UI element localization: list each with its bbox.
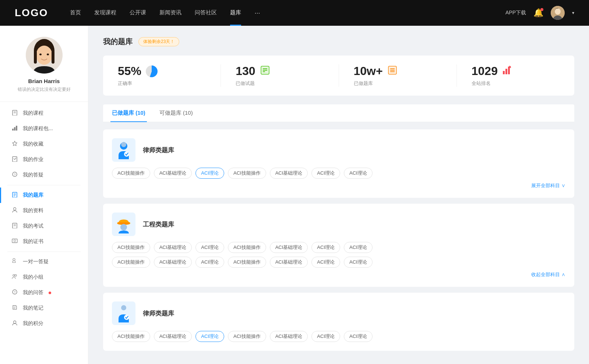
stat-accuracy: 55% 正确率 [103,64,221,87]
sidebar-item-label-notes: 我的笔记 [23,305,43,311]
svg-point-51 [121,142,126,147]
svg-marker-16 [13,141,17,146]
tag-eng-5[interactable]: ACI基础理论 [270,242,308,253]
sidebar-divider-1 [7,185,81,185]
svg-rect-47 [503,71,505,74]
sidebar-item-favorites[interactable]: 我的收藏 [0,136,88,152]
tag-lawyer2-1[interactable]: ACI技能操作 [112,331,150,342]
svg-point-55 [120,224,127,231]
tag-eng-2[interactable]: ACI基础理论 [154,242,192,253]
quiz-tags-engineer-row1: ACI技能操作 ACI基础理论 ACI理论 ACI技能操作 ACI基础理论 AC… [112,242,565,253]
tag-eng-r2-3[interactable]: ACI理论 [195,257,224,268]
tag-lawyer1-3[interactable]: ACI理论 [195,168,224,179]
stat-done-value: 130 [236,64,255,78]
quiz-card-engineer: 工程类题库 ACI技能操作 ACI基础理论 ACI理论 ACI技能操作 ACI基… [103,204,574,287]
sidebar-item-label-quiz: 我的题库 [23,192,43,199]
quiz-category-title-lawyer-2: 律师类题库 [143,309,174,318]
sidebar-item-cert[interactable]: 我的证书 [0,234,88,249]
svg-point-36 [14,321,16,324]
tag-lawyer2-2[interactable]: ACI基础理论 [154,331,192,342]
sidebar-item-points[interactable]: 我的积分 [0,316,88,331]
sidebar-item-1v1[interactable]: 一对一答疑 [0,254,88,270]
sidebar-item-course[interactable]: 我的课程 [0,106,88,121]
page-header: 我的题库 体验剩余23天！ [103,37,574,47]
tag-eng-r2-7[interactable]: ACI理论 [344,257,373,268]
svg-point-52 [124,151,129,157]
profile-icon [11,207,18,214]
tag-eng-3[interactable]: ACI理论 [195,242,224,253]
quiz-tags-lawyer-1: ACI技能操作 ACI基础理论 ACI理论 ACI技能操作 ACI基础理论 AC… [112,168,565,179]
svg-point-57 [124,315,129,320]
quiz-card-header-lawyer-2: 律师类题库 [112,301,565,325]
app-download-link[interactable]: APP下载 [505,10,526,16]
questions-dot [49,292,51,294]
tag-lawyer2-3[interactable]: ACI理论 [195,331,224,342]
sidebar-item-questions[interactable]: ? 我的问答 [0,285,88,300]
1v1-icon [11,258,18,265]
stats-container: 55% 正确率 130 [103,56,574,96]
tag-eng-7[interactable]: ACI理论 [344,242,373,253]
nav-open-course[interactable]: 公开课 [130,9,146,17]
rank-icon [502,65,512,78]
nav-discover[interactable]: 发现课程 [94,9,116,17]
svg-rect-6 [34,51,37,64]
tag-lawyer1-2[interactable]: ACI基础理论 [154,168,192,179]
sidebar-item-course-pkg[interactable]: 我的课程包... [0,121,88,136]
tag-eng-4[interactable]: ACI技能操作 [228,242,266,253]
tag-lawyer1-4[interactable]: ACI技能操作 [228,168,266,179]
sidebar-divider-2 [7,251,81,252]
tag-eng-r2-6[interactable]: ACI理论 [311,257,340,268]
sidebar-item-qa[interactable]: ? 我的答疑 [0,167,88,183]
avatar[interactable] [551,6,565,20]
nav-news[interactable]: 新闻资讯 [159,9,181,17]
tag-lawyer1-1[interactable]: ACI技能操作 [112,168,150,179]
sidebar-menu: 我的课程 我的课程包... 我的收藏 我的作业 [0,106,88,331]
dropdown-arrow[interactable]: ▾ [572,10,574,15]
tag-lawyer2-4[interactable]: ACI技能操作 [228,331,266,342]
sidebar-item-label-questions: 我的问答 [23,289,43,296]
quiz-icon-lawyer-2 [112,301,135,325]
tag-lawyer2-5[interactable]: ACI基础理论 [270,331,308,342]
notification-bell[interactable]: 🔔 [533,8,543,18]
cert-icon [11,238,18,245]
profile-avatar [26,37,63,74]
quiz-icon [11,192,18,199]
svg-point-9 [47,54,49,56]
quiz-tags-lawyer-2: ACI技能操作 ACI基础理论 ACI理论 ACI技能操作 ACI基础理论 AC… [112,331,565,342]
tag-eng-r2-4[interactable]: ACI技能操作 [228,257,266,268]
nav-qa[interactable]: 问答社区 [195,9,217,17]
svg-rect-49 [508,67,510,74]
sidebar-item-notes[interactable]: 我的笔记 [0,300,88,316]
tab-available-banks[interactable]: 可做题库 (10) [158,104,194,122]
tag-eng-6[interactable]: ACI理论 [311,242,340,253]
qa-icon: ? [11,171,18,179]
sidebar: Brian Harris 错误的决定比没有决定要好 我的课程 我的课程包... [0,26,88,364]
nav-home[interactable]: 首页 [70,9,81,17]
tag-lawyer1-6[interactable]: ACI理论 [311,168,340,179]
tag-lawyer1-5[interactable]: ACI基础理论 [270,168,308,179]
tag-eng-r2-1[interactable]: ACI技能操作 [112,257,150,268]
tag-lawyer1-7[interactable]: ACI理论 [344,168,373,179]
tab-done-banks[interactable]: 已做题库 (10) [110,104,147,122]
sidebar-item-group[interactable]: 我的小组 [0,270,88,285]
tag-eng-r2-5[interactable]: ACI基础理论 [270,257,308,268]
tag-eng-r2-2[interactable]: ACI基础理论 [154,257,192,268]
expand-link-lawyer-1[interactable]: 展开全部科目 ∨ [112,182,565,189]
sidebar-item-profile[interactable]: 我的资料 [0,203,88,218]
sidebar-item-homework[interactable]: 我的作业 [0,152,88,167]
tag-lawyer2-7[interactable]: ACI理论 [344,331,373,342]
nav-more[interactable]: ··· [254,9,260,17]
sidebar-item-quiz[interactable]: 我的题库 [0,188,88,203]
stat-rank-value: 1029 [472,64,498,78]
sidebar-item-exam[interactable]: 我的考试 [0,218,88,234]
stat-rank: 1029 全站排名 [457,64,574,87]
svg-rect-14 [14,127,15,131]
stat-done-top: 130 [236,64,270,78]
tag-lawyer2-6[interactable]: ACI理论 [311,331,340,342]
collapse-link-engineer[interactable]: 收起全部科目 ∧ [112,271,565,278]
logo[interactable]: LOGO [15,7,48,19]
nav-links: 首页 发现课程 公开课 新闻资讯 问答社区 题库 ··· [70,9,505,17]
stat-done-label: 已做试题 [236,80,255,87]
nav-quiz[interactable]: 题库 [230,9,241,17]
tag-eng-1[interactable]: ACI技能操作 [112,242,150,253]
